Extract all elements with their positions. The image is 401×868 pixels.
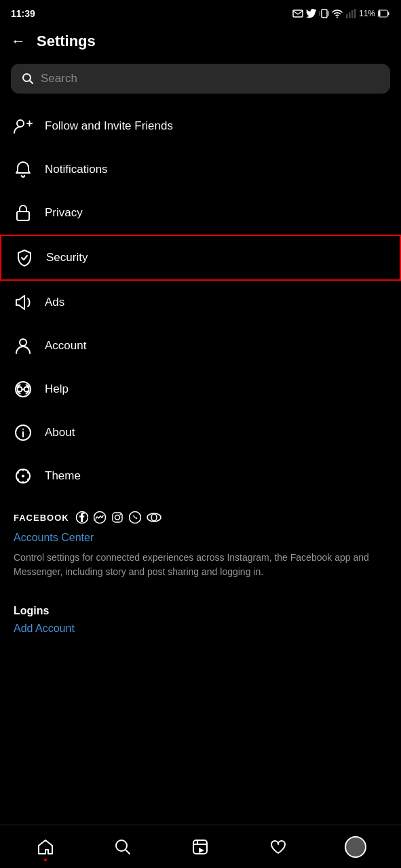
svg-point-27	[22, 475, 24, 477]
svg-rect-8	[354, 9, 356, 18]
settings-item-privacy[interactable]: Privacy	[0, 191, 401, 235]
search-placeholder: Search	[41, 72, 77, 85]
notifications-label: Notifications	[45, 163, 108, 176]
svg-point-21	[18, 387, 22, 392]
settings-item-notifications[interactable]: Notifications	[0, 148, 401, 191]
settings-item-security[interactable]: Security	[0, 235, 401, 281]
svg-point-28	[22, 469, 24, 471]
settings-item-theme[interactable]: Theme	[0, 454, 401, 498]
facebook-label: FACEBOOK	[14, 513, 69, 523]
search-bar[interactable]: Search	[11, 64, 390, 94]
svg-point-40	[147, 513, 161, 521]
follow-invite-label: Follow and Invite Friends	[45, 119, 173, 133]
reels-icon	[191, 838, 209, 856]
shield-icon	[15, 248, 34, 267]
svg-rect-7	[351, 10, 354, 18]
svg-point-25	[22, 429, 24, 430]
search-icon	[22, 73, 34, 85]
svg-line-43	[126, 850, 130, 854]
settings-list: Follow and Invite Friends Notifications …	[0, 104, 401, 498]
mail-icon	[292, 9, 303, 18]
settings-item-follow-invite[interactable]: Follow and Invite Friends	[0, 104, 401, 148]
page-title: Settings	[37, 33, 96, 50]
svg-rect-11	[379, 11, 381, 16]
svg-point-31	[22, 481, 24, 484]
facebook-icon	[76, 511, 88, 524]
nav-home[interactable]	[25, 830, 66, 864]
portal-icon	[147, 513, 161, 522]
nav-reels[interactable]	[180, 830, 221, 864]
svg-marker-45	[199, 848, 204, 853]
nav-search[interactable]	[102, 830, 143, 864]
battery-text: 11%	[359, 9, 375, 18]
svg-rect-0	[293, 10, 303, 17]
help-icon	[14, 380, 33, 399]
whatsapp-icon	[129, 511, 141, 524]
heart-icon	[269, 838, 287, 856]
svg-rect-5	[346, 14, 348, 18]
svg-point-41	[151, 514, 157, 521]
theme-icon	[14, 467, 33, 486]
avatar	[345, 836, 366, 858]
svg-rect-17	[17, 212, 29, 220]
theme-label: Theme	[45, 469, 81, 483]
bell-icon	[14, 160, 33, 179]
accounts-center-desc: Control settings for connected experienc…	[14, 551, 387, 579]
svg-point-19	[20, 339, 26, 346]
svg-point-37	[115, 515, 119, 520]
home-icon	[37, 838, 54, 856]
facebook-header: FACEBOOK	[14, 511, 387, 524]
info-icon	[14, 423, 33, 442]
svg-line-13	[30, 81, 33, 84]
nav-profile[interactable]	[335, 830, 376, 864]
signal-icon	[345, 9, 356, 18]
settings-item-account[interactable]: Account	[0, 324, 401, 368]
follow-icon	[14, 117, 33, 136]
battery-icon	[378, 9, 390, 18]
settings-item-ads[interactable]: Ads	[0, 281, 401, 324]
home-active-dot	[44, 859, 47, 861]
facebook-section: FACEBOOK	[0, 498, 401, 597]
twitter-icon	[306, 9, 317, 18]
about-label: About	[45, 426, 75, 439]
svg-point-22	[24, 387, 29, 392]
svg-point-38	[119, 514, 121, 515]
settings-item-about[interactable]: About	[0, 411, 401, 454]
status-time: 11:39	[11, 8, 35, 19]
svg-rect-10	[388, 12, 389, 16]
svg-point-32	[17, 479, 19, 481]
add-account-link[interactable]: Add Account	[14, 623, 387, 635]
instagram-icon	[111, 511, 123, 524]
vibrate-icon	[320, 8, 329, 19]
logins-label: Logins	[14, 605, 387, 617]
svg-point-4	[337, 17, 338, 18]
header: ← Settings	[0, 24, 401, 58]
back-button[interactable]: ←	[11, 33, 26, 50]
privacy-label: Privacy	[45, 206, 83, 220]
security-label: Security	[46, 251, 88, 264]
nav-likes[interactable]	[258, 830, 299, 864]
svg-rect-1	[322, 9, 327, 18]
nav-search-icon	[114, 838, 132, 856]
svg-point-33	[17, 472, 19, 474]
svg-rect-6	[349, 12, 351, 18]
status-bar: 11:39 11%	[0, 0, 401, 24]
status-icons: 11%	[292, 8, 390, 19]
accounts-center-link[interactable]: Accounts Center	[14, 532, 387, 544]
svg-point-14	[17, 120, 24, 127]
wifi-icon	[332, 9, 343, 18]
lock-icon	[14, 203, 33, 222]
svg-point-29	[27, 472, 29, 474]
account-label: Account	[45, 339, 86, 353]
ads-label: Ads	[45, 296, 64, 309]
person-icon	[14, 336, 33, 355]
help-label: Help	[45, 382, 69, 396]
logins-section: Logins Add Account	[0, 597, 401, 640]
svg-point-30	[27, 479, 29, 481]
facebook-icons	[76, 511, 161, 524]
bottom-nav	[0, 825, 401, 868]
search-container: Search	[11, 64, 390, 94]
settings-item-help[interactable]: Help	[0, 368, 401, 411]
messenger-icon	[94, 511, 106, 524]
megaphone-icon	[14, 293, 33, 312]
